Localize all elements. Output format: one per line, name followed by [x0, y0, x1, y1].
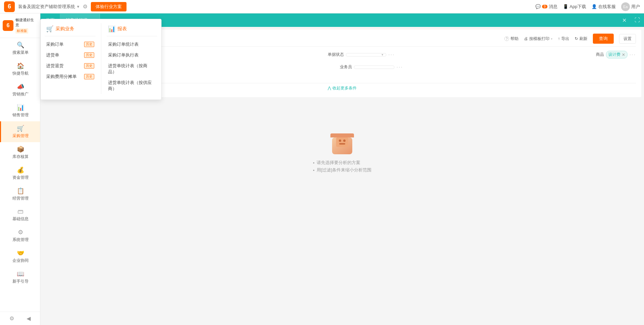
doc-status-filter: 单据状态 ▾ ···: [328, 52, 395, 58]
purchase-order-label: 采购订单: [46, 41, 64, 47]
dropdown-col-purchase: 🛒 采购业务 采购订单 历史 进货单 历史 进货退货 历史 采购费用分摊单 历史: [41, 23, 100, 94]
goods-tag-close[interactable]: ✕: [622, 52, 625, 57]
box-eyes: [336, 139, 348, 142]
incoming-stat-goods-label: 进货单统计表（按商品）: [108, 63, 156, 75]
topbar-system: 装备及固定资产辅助管理系统 ▾: [18, 4, 79, 10]
settings-icon[interactable]: ⚙: [83, 3, 87, 10]
app-download-btn[interactable]: 📱 App下载: [563, 4, 586, 10]
export-btn[interactable]: ↑ 导出: [558, 36, 569, 42]
basic-icon: 🗃: [17, 208, 24, 215]
dropdown-item-incoming-stat-supplier[interactable]: 进货单统计表（按供应商）: [107, 77, 157, 94]
sidebar-item-search[interactable]: 🔍 搜索菜单: [0, 38, 40, 59]
message-icon: 💬: [535, 4, 541, 9]
finance-icon: 💰: [17, 166, 24, 174]
goods-label: 商品: [596, 52, 604, 57]
dropdown-item-order-stat[interactable]: 采购订单统计表: [107, 39, 157, 50]
sidebar-purchase-label: 采购管理: [12, 133, 29, 139]
industry-btn[interactable]: 体验行业方案: [91, 2, 127, 11]
sidebar-item-basic[interactable]: 🗃 基础信息: [0, 205, 40, 225]
goods-tag[interactable]: 设计费 ✕: [606, 51, 628, 58]
print-icon: 🖨: [524, 36, 528, 41]
topbar: 6 装备及固定资产辅助管理系统 ▾ ⚙ 体验行业方案 💬 9 消息 📱 App下…: [0, 0, 644, 13]
dropdown-col-reports: 📊 报表 采购订单统计表 采购订单执行表 进货单统计表（按商品） 进货单统计表（…: [103, 23, 162, 94]
system-name: 装备及固定资产辅助管理系统: [18, 4, 75, 10]
empty-illustration: [324, 124, 361, 154]
doc-status-dots[interactable]: ···: [388, 52, 395, 58]
sidebar-item-marketing[interactable]: 📣 营销推广: [0, 80, 40, 100]
refresh-btn[interactable]: ↻ 刷新: [575, 36, 587, 42]
purchase-order-hist: 历史: [84, 42, 94, 47]
service-btn[interactable]: 👤 在线客服: [592, 4, 616, 10]
sidebar-item-purchase[interactable]: 🛒 采购管理: [0, 121, 40, 142]
dropdown-col2-header: 📊 报表: [107, 23, 157, 36]
sidebar-item-finance[interactable]: 💰 资金管理: [0, 163, 40, 184]
coop-icon: 🤝: [17, 249, 24, 257]
topbar-left: 6 装备及固定资产辅助管理系统 ▾ ⚙ 体验行业方案: [4, 1, 127, 12]
search-icon: 🔍: [17, 41, 24, 49]
user-btn[interactable]: Ea 用户: [621, 2, 640, 11]
goods-tag-label: 设计费: [608, 52, 620, 57]
dropdown-cols: 🛒 采购业务 采购订单 历史 进货单 历史 进货退货 历史 采购费用分摊单 历史: [41, 23, 161, 94]
purchase-dropdown-menu: 🛒 采购业务 采购订单 历史 进货单 历史 进货退货 历史 采购费用分摊单 历史: [40, 19, 162, 100]
dropdown-item-return[interactable]: 进货退货 历史: [45, 60, 96, 71]
expense-hist: 历史: [84, 74, 94, 79]
sidebar-basic-label: 基础信息: [12, 216, 29, 222]
sidebar-menu: 🔍 搜索菜单 🏠 快捷导航 📣 营销推广 📊 销售管理 🛒 采购管理 📦: [0, 38, 40, 312]
purchase-col-icon: 🛒: [46, 25, 53, 33]
sidebar-item-newbie[interactable]: 📖 新手引导: [0, 267, 40, 288]
eye-left: [339, 139, 341, 142]
tab-fullscreen-btn[interactable]: ⛶: [631, 14, 644, 26]
sidebar-newbie-label: 新手引导: [12, 279, 29, 284]
service-icon: 👤: [592, 4, 597, 9]
order-stat-label: 采购订单统计表: [108, 41, 139, 47]
service-label: 在线客服: [598, 4, 616, 10]
tab-close-all-btn[interactable]: ✕: [618, 14, 631, 26]
reports-col-icon: 📊: [108, 25, 115, 33]
sidebar-system-label: 系统管理: [12, 237, 29, 243]
settings-button[interactable]: 设置: [619, 34, 636, 44]
purchase-icon: 🛒: [17, 125, 24, 132]
refresh-icon: ↻: [575, 36, 578, 41]
help-btn[interactable]: ? 帮助: [504, 36, 518, 42]
topbar-chevron[interactable]: ▾: [77, 4, 79, 9]
sidebar-finance-label: 资金管理: [12, 175, 29, 180]
dropdown-item-incoming-stat-goods[interactable]: 进货单统计表（按商品）: [107, 60, 157, 77]
print-chevron: ▾: [551, 37, 552, 41]
app-label: App下载: [570, 4, 586, 10]
dropdown-col1-header: 🛒 采购业务: [45, 23, 96, 36]
salesman-input[interactable]: [354, 66, 394, 69]
logo-icon: 6: [4, 1, 15, 12]
dropdown-item-order-exec[interactable]: 采购订单执行表: [107, 50, 157, 60]
help-label: 帮助: [510, 36, 518, 42]
sidebar-collapse-btn[interactable]: ◀: [27, 315, 31, 322]
dropdown-item-incoming[interactable]: 进货单 历史: [45, 50, 96, 60]
incoming-stat-supplier-label: 进货单统计表（按供应商）: [108, 80, 156, 92]
empty-state: 请先选择要分析的方案 用[过滤]条件来缩小分析范围: [40, 97, 644, 201]
expense-label: 采购费用分摊单: [46, 74, 77, 80]
sidebar-settings-btn[interactable]: ⚙: [9, 315, 14, 322]
sidebar-item-coop[interactable]: 🤝 企业协同: [0, 246, 40, 267]
operations-icon: 📋: [17, 187, 24, 195]
sidebar-item-sales[interactable]: 📊 销售管理: [0, 100, 40, 121]
dropdown-item-expense[interactable]: 采购费用分摊单 历史: [45, 71, 96, 82]
print-btn[interactable]: 🖨 按模板打印 ▾: [524, 36, 552, 42]
export-label: 导出: [561, 36, 569, 42]
goods-dots[interactable]: ···: [630, 52, 636, 58]
dropdown-item-purchase-order[interactable]: 采购订单 历史: [45, 39, 96, 50]
empty-icon-container: [324, 124, 361, 154]
sidebar-item-operations[interactable]: 📋 经营管理: [0, 184, 40, 205]
query-button[interactable]: 查询: [593, 34, 614, 44]
inventory-icon: 📦: [17, 146, 24, 153]
logo-area: 6 畅捷通好生意 标准版: [0, 13, 40, 38]
doc-status-select[interactable]: ▾: [346, 53, 386, 56]
logo-badge: 标准版: [15, 28, 28, 34]
box-face: [336, 137, 348, 147]
order-exec-label: 采购订单执行表: [108, 52, 139, 58]
sidebar-marketing-label: 营销推广: [12, 91, 29, 97]
app-icon: 📱: [563, 4, 568, 9]
sidebar-item-inventory[interactable]: 📦 库存核算: [0, 142, 40, 163]
salesman-dots[interactable]: ···: [396, 64, 403, 70]
sidebar-item-system[interactable]: ⚙ 系统管理: [0, 225, 40, 246]
message-btn[interactable]: 💬 9 消息: [535, 4, 558, 10]
sidebar-item-quicknav[interactable]: 🏠 快捷导航: [0, 59, 40, 80]
